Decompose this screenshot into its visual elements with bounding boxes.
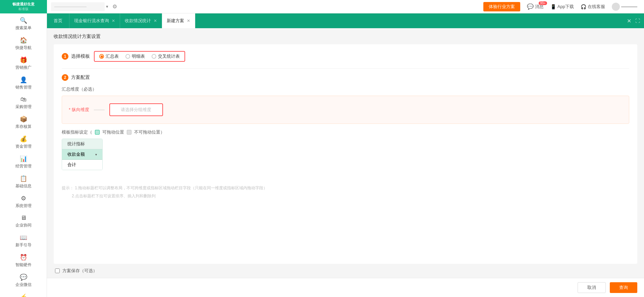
download-label: App下载 bbox=[557, 4, 574, 10]
non-draggable-hint-box bbox=[127, 130, 131, 135]
username-label: ———— bbox=[621, 4, 637, 9]
dimension-area: * 纵向维度 —— 请选择分组维度 bbox=[62, 96, 629, 124]
save-section: 方案保存（可选） bbox=[54, 264, 637, 278]
breadcrumb-path: ———————— bbox=[51, 2, 105, 11]
tab-revenue-stats-close[interactable]: ✕ bbox=[154, 18, 157, 23]
main-card: 1 选择模板 汇总表 bbox=[54, 44, 637, 264]
sidebar-item-sales[interactable]: 👤 销售管理 bbox=[0, 73, 47, 93]
draggable-hint-label: 可拖动位置 bbox=[102, 129, 124, 135]
radio-detail-circle bbox=[125, 54, 130, 59]
metrics-table: 统计指标 收款金额 ▾ 合计 bbox=[62, 139, 103, 170]
query-button[interactable]: 查询 bbox=[610, 282, 637, 293]
tab-bank-flow-label: 现金银行流水查询 bbox=[74, 18, 109, 24]
radio-cross-circle bbox=[152, 54, 156, 59]
tab-new-plan-close[interactable]: ✕ bbox=[187, 18, 190, 23]
gift-icon: 🎁 bbox=[20, 56, 27, 64]
tab-expand-icon[interactable]: ⛶ bbox=[635, 18, 640, 23]
basic-info-icon: 📋 bbox=[20, 175, 27, 182]
tab-bank-flow[interactable]: 现金银行流水查询 ✕ bbox=[69, 13, 120, 28]
sidebar-item-collab[interactable]: 🖥 企业协同 bbox=[0, 211, 47, 231]
tab-close-icon[interactable]: ✕ bbox=[627, 18, 631, 24]
template-options-box: 汇总表 明细表 交叉统计表 bbox=[94, 51, 185, 62]
system-icon: ⚙ bbox=[21, 195, 26, 202]
radio-detail[interactable]: 明细表 bbox=[125, 53, 145, 59]
home-icon: 🏠 bbox=[20, 37, 27, 44]
dropdown-icon[interactable]: ▾ bbox=[106, 4, 108, 9]
sidebar-item-hardware[interactable]: ⏰ 智能硬件 bbox=[0, 250, 47, 270]
tips-section: 提示： 1.拖动标题栏可以调整布局，不可跨维度或指标区域拖动栏目字段（只能在同一… bbox=[62, 184, 629, 200]
sidebar-item-nav[interactable]: 🏠 快捷导航 bbox=[0, 33, 47, 53]
cancel-button[interactable]: 取消 bbox=[578, 282, 606, 293]
radio-summary-circle bbox=[99, 54, 104, 59]
management-icon: 📊 bbox=[20, 155, 27, 162]
step1-title: 选择模板 bbox=[71, 53, 90, 59]
sidebar-item-purchase[interactable]: 🛍 采购管理 bbox=[0, 93, 47, 112]
service-label: 在线客服 bbox=[588, 4, 605, 10]
step2-number: 2 bbox=[62, 74, 68, 81]
user-area[interactable]: ———— bbox=[612, 3, 637, 11]
avatar bbox=[612, 3, 620, 11]
bottom-bar: 取消 查询 bbox=[47, 278, 644, 297]
save-label: 方案保存（可选） bbox=[62, 268, 97, 274]
sidebar-item-wechat[interactable]: 💬 企业微信 bbox=[0, 270, 47, 290]
service-area[interactable]: 🎧 在线客服 bbox=[581, 4, 605, 10]
guide-icon: 📖 bbox=[20, 234, 27, 241]
draggable-hint-box bbox=[95, 130, 100, 135]
service-icon: 🎧 bbox=[581, 4, 586, 9]
content-area: 收款情况统计方案设置 1 选择模板 bbox=[47, 28, 644, 278]
search-icon: 🔍 bbox=[20, 17, 27, 24]
collab-icon: 🖥 bbox=[20, 214, 26, 221]
sidebar-item-finance[interactable]: 💰 资金管理 bbox=[0, 132, 47, 152]
sidebar-item-system[interactable]: ⚙ 系统管理 bbox=[0, 191, 47, 211]
tab-bar: 首页 现金银行流水查询 ✕ 收款情况统计 ✕ 新建方案 ✕ ✕ ⛶ bbox=[47, 13, 644, 28]
dimension-arrow: —— bbox=[94, 107, 105, 113]
sidebar-item-inventory[interactable]: 📦 库存核算 bbox=[0, 112, 47, 132]
member-icon: ⚡ bbox=[20, 293, 27, 297]
metrics-column-header-label: 收款金额 bbox=[67, 151, 85, 157]
sidebar-item-marketing[interactable]: 🎁 营销推广 bbox=[0, 53, 47, 73]
dropdown-arrow-icon: ▾ bbox=[95, 153, 97, 156]
stats-label-cell: 统计指标 bbox=[62, 139, 102, 149]
save-checkbox[interactable] bbox=[55, 268, 60, 273]
hardware-icon: ⏰ bbox=[20, 254, 27, 261]
message-badge: 99+ bbox=[539, 1, 547, 5]
tab-new-plan-label: 新建方案 bbox=[167, 18, 184, 24]
sidebar-item-search[interactable]: 🔍 搜索菜单 bbox=[0, 13, 47, 33]
step2-title: 方案配置 bbox=[71, 75, 90, 81]
download-area[interactable]: 📱 App下载 bbox=[550, 4, 574, 10]
finance-icon: 💰 bbox=[20, 135, 27, 143]
wechat-icon: 💬 bbox=[20, 274, 27, 281]
sidebar-item-member[interactable]: ⚡ 畅会员 bbox=[0, 290, 47, 297]
purchase-icon: 🛍 bbox=[20, 96, 26, 103]
trial-button[interactable]: 体验行业方案 bbox=[483, 2, 520, 11]
dimension-row-label: * 纵向维度 bbox=[69, 107, 89, 113]
sidebar-item-basic-info[interactable]: 📋 基础信息 bbox=[0, 171, 47, 191]
tab-new-plan[interactable]: 新建方案 ✕ bbox=[162, 13, 195, 28]
tip-line2: 2.点击标题栏下拉可设置排序、插入列和删除列 bbox=[72, 192, 629, 200]
tab-bank-flow-close[interactable]: ✕ bbox=[112, 18, 115, 23]
metrics-column-header[interactable]: 收款金额 ▾ bbox=[62, 149, 102, 160]
logo-icon: 畅捷通好生意 bbox=[12, 2, 35, 7]
download-icon: 📱 bbox=[550, 4, 556, 9]
radio-summary[interactable]: 汇总表 bbox=[99, 53, 119, 59]
step1-section: 1 选择模板 汇总表 bbox=[62, 51, 629, 62]
dimension-title: 汇总维度（必选） bbox=[62, 86, 629, 92]
sidebar-item-guide[interactable]: 📖 新手引导 bbox=[0, 231, 47, 250]
tab-home[interactable]: 首页 bbox=[47, 13, 69, 28]
logo-area: 畅捷通好生意 标准版 bbox=[0, 0, 47, 13]
dimension-section: 汇总维度（必选） * 纵向维度 —— 请选择分组维度 bbox=[62, 86, 629, 124]
metrics-title: 模板指标设定（ bbox=[62, 129, 92, 135]
tab-revenue-stats[interactable]: 收款情况统计 ✕ bbox=[120, 13, 162, 28]
sidebar: 🔍 搜索菜单 🏠 快捷导航 🎁 营销推广 👤 销售管理 🛍 采购管理 📦 bbox=[0, 13, 47, 297]
page-title: 收款情况统计方案设置 bbox=[54, 34, 637, 40]
settings-icon[interactable]: ⚙ bbox=[112, 3, 117, 10]
tab-home-label: 首页 bbox=[54, 18, 62, 24]
message-icon-area[interactable]: 💬 99+ 消息 bbox=[527, 3, 544, 10]
radio-cross[interactable]: 交叉统计表 bbox=[152, 53, 180, 59]
step2-section: 2 方案配置 汇总维度（必选） * 纵向维度 —— 请选择分组 bbox=[62, 74, 629, 200]
tip-line1: 提示： 1.拖动标题栏可以调整布局，不可跨维度或指标区域拖动栏目字段（只能在同一… bbox=[62, 184, 629, 192]
dimension-dropzone[interactable]: 请选择分组维度 bbox=[109, 103, 163, 116]
metrics-sub-row: 合计 bbox=[62, 160, 102, 170]
sidebar-item-management[interactable]: 📊 经营管理 bbox=[0, 152, 47, 171]
non-draggable-hint-label: 不可拖动位置） bbox=[134, 129, 165, 135]
